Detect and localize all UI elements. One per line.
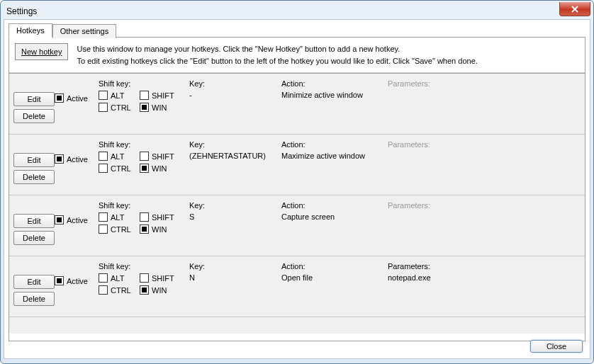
action-value: Minimize active window bbox=[281, 91, 388, 99]
win-label: WIN bbox=[152, 286, 167, 295]
shiftkey-header: Shift key: bbox=[99, 201, 189, 210]
active-checkbox[interactable] bbox=[55, 215, 64, 224]
action-header: Action: bbox=[281, 262, 388, 271]
action-header: Action: bbox=[281, 201, 388, 210]
shift-checkbox[interactable] bbox=[140, 152, 149, 161]
shiftkey-header: Shift key: bbox=[99, 79, 189, 88]
active-label: Active bbox=[67, 94, 88, 103]
win-label: WIN bbox=[152, 225, 167, 234]
alt-label: ALT bbox=[111, 91, 124, 100]
window-title: Settings bbox=[6, 6, 37, 16]
key-value: - bbox=[189, 91, 281, 99]
active-checkbox[interactable] bbox=[55, 276, 64, 285]
win-checkbox[interactable] bbox=[140, 224, 149, 234]
shiftkey-header: Shift key: bbox=[99, 140, 189, 149]
action-value: Maximize active window bbox=[281, 152, 388, 160]
alt-checkbox[interactable] bbox=[99, 212, 108, 222]
key-header: Key: bbox=[189, 201, 281, 210]
action-header: Action: bbox=[281, 140, 388, 149]
shift-label: SHIFT bbox=[152, 152, 174, 161]
key-value: N bbox=[189, 273, 281, 282]
active-label: Active bbox=[67, 155, 88, 164]
alt-label: ALT bbox=[111, 274, 124, 283]
ctrl-label: CTRL bbox=[111, 225, 131, 234]
action-value: Open file bbox=[281, 273, 388, 282]
parameters-header: Parameters: bbox=[388, 79, 501, 88]
key-value: (ZEHNERTASTATUR) bbox=[189, 152, 281, 160]
shift-label: SHIFT bbox=[152, 213, 174, 222]
edit-button[interactable]: Edit bbox=[13, 92, 55, 106]
shift-label: SHIFT bbox=[152, 274, 174, 283]
delete-button[interactable]: Delete bbox=[13, 109, 55, 123]
action-value: Capture screen bbox=[281, 212, 388, 221]
ctrl-label: CTRL bbox=[111, 286, 131, 295]
parameters-header: Parameters: bbox=[388, 262, 501, 271]
ctrl-checkbox[interactable] bbox=[99, 285, 108, 295]
delete-button[interactable]: Delete bbox=[13, 231, 55, 245]
header-section: New hotkey Use this window to manage you… bbox=[9, 38, 585, 73]
hotkey-row: Edit Delete Active Shift key: ALT SHIFT … bbox=[9, 74, 585, 135]
active-label: Active bbox=[67, 216, 88, 224]
alt-checkbox[interactable] bbox=[99, 152, 108, 161]
edit-button[interactable]: Edit bbox=[13, 214, 55, 228]
edit-button[interactable]: Edit bbox=[13, 153, 55, 167]
tab-strip: Hotkeys Other settings bbox=[4, 21, 590, 38]
delete-button[interactable]: Delete bbox=[13, 292, 55, 306]
close-button[interactable]: Close bbox=[530, 340, 583, 353]
instruction-line-2: To edit existing hotkeys click the "Edit… bbox=[77, 55, 477, 67]
instruction-line-1: Use this window to manage your hotkeys. … bbox=[77, 43, 477, 55]
ctrl-label: CTRL bbox=[111, 103, 131, 112]
titlebar: Settings bbox=[4, 4, 590, 19]
active-checkbox[interactable] bbox=[55, 154, 64, 164]
tab-other-settings[interactable]: Other settings bbox=[52, 24, 116, 38]
shift-checkbox[interactable] bbox=[140, 91, 149, 100]
ctrl-checkbox[interactable] bbox=[99, 224, 108, 234]
window-close-button[interactable] bbox=[559, 2, 590, 16]
action-header: Action: bbox=[281, 79, 388, 88]
hotkey-row: Edit Delete Active Shift key: ALT SHIFT … bbox=[9, 256, 585, 317]
alt-label: ALT bbox=[111, 152, 124, 161]
win-checkbox[interactable] bbox=[140, 285, 149, 295]
active-label: Active bbox=[67, 277, 88, 285]
edit-button[interactable]: Edit bbox=[13, 275, 55, 289]
shift-label: SHIFT bbox=[152, 91, 174, 100]
ctrl-checkbox[interactable] bbox=[99, 103, 108, 112]
alt-label: ALT bbox=[111, 213, 124, 222]
key-header: Key: bbox=[189, 79, 281, 88]
delete-button[interactable]: Delete bbox=[13, 170, 55, 184]
win-checkbox[interactable] bbox=[140, 103, 149, 112]
close-icon bbox=[571, 6, 578, 13]
win-checkbox[interactable] bbox=[140, 164, 149, 173]
parameters-value: notepad.exe bbox=[388, 273, 501, 282]
tab-panel-hotkeys: New hotkey Use this window to manage you… bbox=[9, 37, 585, 341]
alt-checkbox[interactable] bbox=[99, 91, 108, 100]
settings-window: Settings Hotkeys Other settings New hotk… bbox=[0, 0, 594, 364]
parameters-header: Parameters: bbox=[388, 201, 501, 210]
key-header: Key: bbox=[189, 140, 281, 149]
dialog-footer: Close bbox=[530, 340, 583, 353]
ctrl-checkbox[interactable] bbox=[99, 164, 108, 173]
client-area: Hotkeys Other settings New hotkey Use th… bbox=[4, 19, 590, 359]
ctrl-label: CTRL bbox=[111, 164, 131, 173]
win-label: WIN bbox=[152, 103, 167, 112]
key-value: S bbox=[189, 212, 281, 221]
new-hotkey-button[interactable]: New hotkey bbox=[15, 43, 68, 60]
hotkey-list[interactable]: Edit Delete Active Shift key: ALT SHIFT … bbox=[9, 73, 585, 334]
shift-checkbox[interactable] bbox=[140, 212, 149, 222]
key-header: Key: bbox=[189, 262, 281, 271]
active-checkbox[interactable] bbox=[55, 93, 64, 103]
hotkey-row: Edit Delete Active Shift key: ALT SHIFT … bbox=[9, 135, 585, 195]
parameters-header: Parameters: bbox=[388, 140, 501, 149]
instructions-text: Use this window to manage your hotkeys. … bbox=[77, 43, 477, 67]
hotkey-row: Edit Delete Active Shift key: ALT SHIFT … bbox=[9, 195, 585, 256]
tab-hotkeys[interactable]: Hotkeys bbox=[9, 23, 52, 38]
alt-checkbox[interactable] bbox=[99, 273, 108, 283]
win-label: WIN bbox=[152, 164, 167, 173]
shift-checkbox[interactable] bbox=[140, 273, 149, 283]
shiftkey-header: Shift key: bbox=[99, 262, 189, 271]
